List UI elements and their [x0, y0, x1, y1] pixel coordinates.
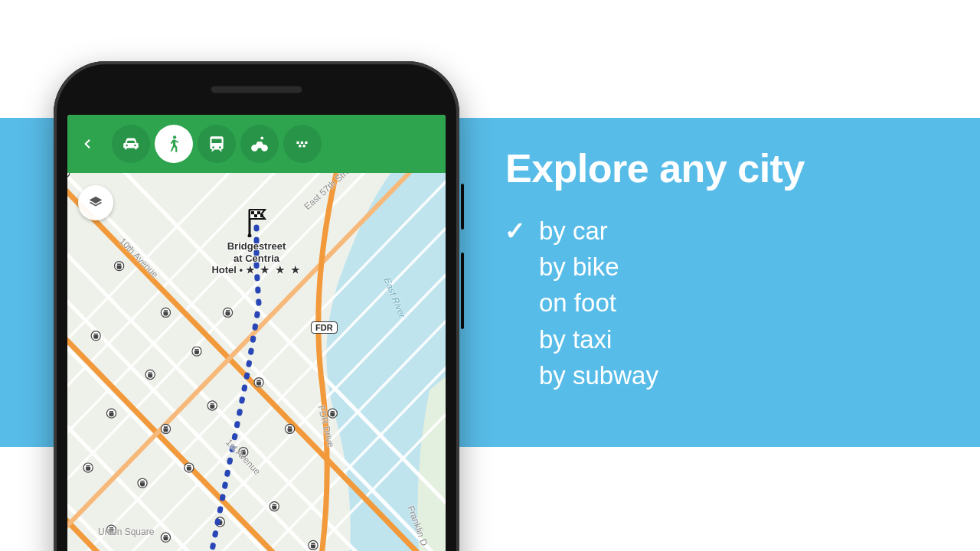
svg-rect-4: [296, 142, 299, 144]
bike-icon: [250, 134, 270, 154]
promo-item-car: ✓ by car: [505, 213, 805, 249]
check-icon: ✓: [505, 213, 525, 249]
destination-name: Bridgestreet: [211, 240, 301, 253]
app-screen: Bridgestreet at Centria Hotel • ★ ★ ★ ★ …: [67, 115, 446, 551]
promo-copy: Explore any city ✓ by car by bike on foo…: [505, 145, 805, 393]
phone-side-button: [461, 253, 464, 329]
promo-item-subway: by subway: [505, 357, 805, 393]
svg-point-3: [260, 136, 263, 139]
route-shield: FDR: [311, 321, 338, 334]
transit-icon: [207, 134, 227, 154]
promo-item-foot: on foot: [505, 285, 805, 321]
promo-item-label: by subway: [539, 357, 658, 393]
car-icon: [121, 134, 141, 154]
layers-button[interactable]: [78, 185, 113, 220]
phone-side-button: [461, 184, 464, 230]
svg-rect-6: [305, 142, 307, 144]
promo-item-label: by taxi: [539, 321, 612, 357]
svg-rect-41: [260, 214, 263, 217]
transport-modes: [112, 125, 322, 163]
promo-item-label: by bike: [539, 249, 619, 285]
area-label: Union Square: [98, 527, 154, 537]
svg-rect-7: [299, 145, 301, 147]
walk-icon: [164, 134, 184, 154]
mode-transit[interactable]: [198, 125, 236, 163]
destination-flag-icon[interactable]: [243, 207, 270, 240]
route-topbar: [67, 115, 446, 173]
mode-bike[interactable]: [240, 125, 279, 163]
phone-speaker: [211, 86, 302, 93]
destination-stars: ★ ★ ★ ★: [246, 264, 302, 276]
destination-name: Hotel: [211, 264, 237, 276]
promo-item-label: on foot: [539, 285, 616, 321]
svg-point-42: [248, 234, 252, 238]
layers-icon: [87, 194, 104, 211]
svg-rect-40: [254, 214, 257, 217]
phone-mockup: Bridgestreet at Centria Hotel • ★ ★ ★ ★ …: [54, 61, 459, 551]
promo-list: ✓ by car by bike on foot by taxi by subw…: [505, 213, 805, 393]
destination-label[interactable]: Bridgestreet at Centria Hotel • ★ ★ ★ ★: [211, 240, 301, 276]
chevron-left-icon: [80, 137, 94, 151]
svg-rect-39: [257, 211, 260, 214]
svg-rect-5: [301, 142, 303, 144]
mode-taxi[interactable]: [283, 125, 322, 163]
svg-point-0: [173, 135, 176, 139]
promo-item-label: by car: [539, 213, 608, 249]
mode-walk[interactable]: [155, 125, 193, 163]
mode-car[interactable]: [112, 125, 150, 163]
svg-rect-38: [251, 211, 254, 214]
promo-item-bike: by bike: [505, 249, 805, 285]
destination-name: at Centria: [211, 253, 301, 265]
promo-title: Explore any city: [505, 145, 805, 191]
taxi-icon: [292, 134, 312, 154]
back-button[interactable]: [77, 133, 98, 155]
promo-item-taxi: by taxi: [505, 321, 805, 357]
svg-rect-8: [303, 145, 305, 147]
